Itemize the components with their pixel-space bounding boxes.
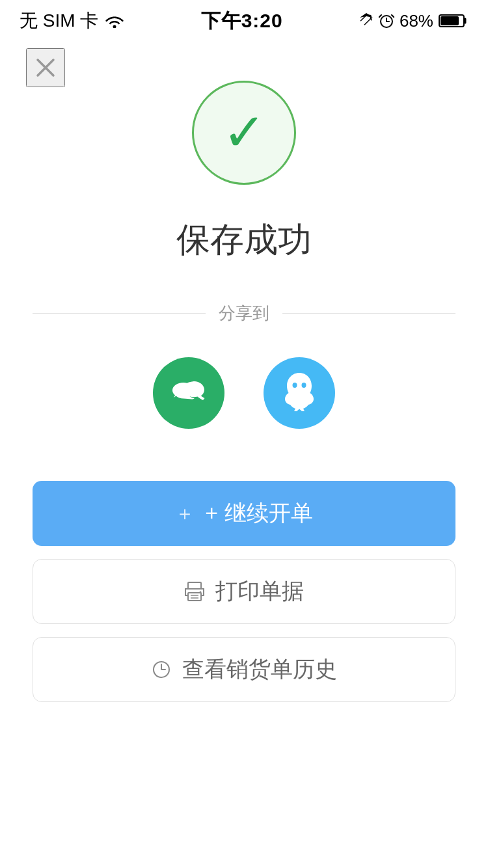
success-title: 保存成功 xyxy=(176,217,312,263)
qq-icon xyxy=(279,370,319,416)
battery-percentage: 68% xyxy=(400,11,433,31)
wechat-share-button[interactable] xyxy=(153,357,224,429)
action-buttons: ＋ + 继续开单 打印单据 查看销货单历史 xyxy=(0,481,488,702)
status-time: 下午3:20 xyxy=(201,8,283,34)
share-label: 分享到 xyxy=(219,302,269,325)
svg-point-6 xyxy=(185,388,188,392)
history-icon xyxy=(151,659,172,680)
svg-rect-9 xyxy=(188,582,201,589)
continue-order-label: + 继续开单 xyxy=(205,498,312,528)
svg-rect-2 xyxy=(441,16,459,25)
svg-rect-10 xyxy=(188,593,201,601)
printer-icon xyxy=(184,581,205,602)
print-button[interactable]: 打印单据 xyxy=(33,559,455,624)
main-content: ✓ 保存成功 分享到 xyxy=(0,42,488,702)
status-bar: 无 SIM 卡 下午3:20 68% xyxy=(0,0,488,42)
checkmark-icon: ✓ xyxy=(223,107,266,159)
close-button[interactable] xyxy=(26,48,65,87)
alarm-icon xyxy=(379,12,394,29)
svg-point-7 xyxy=(293,383,297,388)
success-icon-circle: ✓ xyxy=(192,81,296,185)
history-button[interactable]: 查看销货单历史 xyxy=(33,637,455,702)
share-section: 分享到 xyxy=(0,302,488,429)
print-label: 打印单据 xyxy=(215,576,304,606)
no-sim-text: 无 SIM 卡 xyxy=(20,8,98,33)
svg-point-4 xyxy=(195,387,198,391)
status-right: 68% xyxy=(359,11,468,31)
share-icons xyxy=(33,357,455,429)
svg-point-8 xyxy=(302,383,306,388)
svg-point-11 xyxy=(200,591,202,593)
plus-icon: ＋ xyxy=(175,500,195,527)
qq-share-button[interactable] xyxy=(264,357,335,429)
share-divider: 分享到 xyxy=(33,302,455,325)
battery-icon xyxy=(439,13,468,29)
history-label: 查看销货单历史 xyxy=(182,655,337,685)
continue-order-button[interactable]: ＋ + 继续开单 xyxy=(33,481,455,546)
status-left: 无 SIM 卡 xyxy=(20,8,124,33)
wifi-icon xyxy=(105,14,124,28)
location-icon xyxy=(359,12,373,29)
wechat-icon xyxy=(169,376,208,410)
svg-point-5 xyxy=(178,388,182,392)
